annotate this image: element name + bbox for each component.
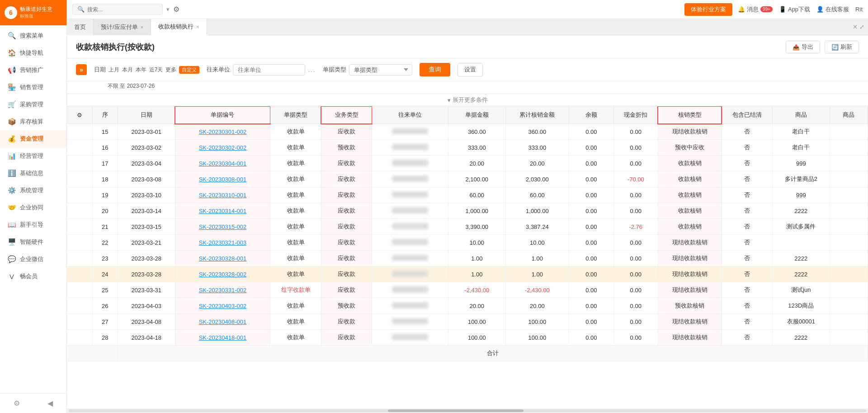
doctype-filter-select[interactable]: 单据类型 收款单 红字收款单 bbox=[349, 64, 412, 76]
cell-docno[interactable]: SK-20230310-001 bbox=[175, 187, 270, 203]
th-amount: 单据金额 bbox=[448, 106, 506, 124]
close-all-icon[interactable]: ✕ bbox=[853, 24, 858, 30]
date-custom-label[interactable]: 自定义 bbox=[179, 66, 199, 74]
table-row[interactable]: 26 2023-04-03 SK-20230403-002 收款单 预收款 20… bbox=[67, 298, 868, 314]
table-row[interactable]: 24 2023-03-28 SK-20230328-002 收款单 应收款 1.… bbox=[67, 266, 868, 282]
export-button[interactable]: 📤 导出 bbox=[786, 41, 820, 53]
table-row[interactable]: 21 2023-03-15 SK-20230315-002 收款单 应收款 3,… bbox=[67, 219, 868, 235]
tab-payable-close[interactable]: × bbox=[141, 24, 143, 30]
table-row[interactable]: 20 2023-03-14 SK-20230314-001 收款单 应收款 1,… bbox=[67, 203, 868, 219]
sidebar-item-corp[interactable]: 🤝 企业协同 bbox=[0, 199, 66, 216]
sidebar-item-inventory[interactable]: 📦 库存核算 bbox=[0, 113, 66, 130]
cell-docno[interactable]: SK-20230301-002 bbox=[175, 124, 270, 140]
sidebar-item-guide[interactable]: 📖 新手引导 bbox=[0, 216, 66, 233]
search-input[interactable] bbox=[87, 6, 155, 13]
date-link-more[interactable]: 更多 bbox=[165, 66, 176, 74]
cell-writetype: 现结收款核销 bbox=[658, 124, 722, 140]
sidebar-item-basic[interactable]: ℹ️ 基础信息 bbox=[0, 165, 66, 182]
sidebar-item-label: 智能硬件 bbox=[20, 238, 43, 246]
notify-button[interactable]: 🔔 消息 99+ bbox=[738, 5, 773, 14]
table-row[interactable]: 15 2023-03-01 SK-20230301-002 收款单 应收款 36… bbox=[67, 124, 868, 140]
setting-button[interactable]: 设置 bbox=[458, 63, 483, 76]
refresh-button[interactable]: 🔄 刷新 bbox=[825, 41, 859, 53]
sidebar-item-purchase[interactable]: 🛒 采购管理 bbox=[0, 96, 66, 113]
collapse-icon[interactable]: ◀ bbox=[46, 397, 55, 409]
scrollbar-thumb[interactable] bbox=[388, 409, 524, 412]
sidebar-item-marketing[interactable]: 📢 营销推广 bbox=[0, 62, 66, 79]
cell-settings bbox=[67, 140, 92, 156]
cell-docno[interactable]: SK-20230321-003 bbox=[175, 235, 270, 251]
table-row[interactable]: 16 2023-03-02 SK-20230302-002 收款单 预收款 33… bbox=[67, 140, 868, 156]
horizontal-scrollbar[interactable] bbox=[67, 408, 868, 413]
sidebar-item-wechat[interactable]: 💬 企业微信 bbox=[0, 251, 66, 268]
table-row[interactable]: 22 2023-03-21 SK-20230321-003 收款单 应收款 10… bbox=[67, 235, 868, 251]
cell-docno[interactable]: SK-20230315-002 bbox=[175, 219, 270, 235]
cell-incl: 否 bbox=[722, 314, 772, 330]
cell-docno[interactable]: SK-20230331-002 bbox=[175, 282, 270, 298]
table-row[interactable]: 19 2023-03-10 SK-20230310-001 收款单 应收款 60… bbox=[67, 187, 868, 203]
gear-icon[interactable]: ⚙ bbox=[173, 5, 179, 14]
cell-docno[interactable]: SK-20230308-001 bbox=[175, 171, 270, 187]
online-service-button[interactable]: 👤 在线客服 bbox=[816, 5, 849, 14]
table-row[interactable]: 28 2023-04-18 SK-20230418-001 收款单 应收款 10… bbox=[67, 330, 868, 346]
cell-goods: 多计量商品2 bbox=[773, 171, 830, 187]
table-row[interactable]: 18 2023-03-08 SK-20230308-001 收款单 应收款 2,… bbox=[67, 171, 868, 187]
cell-docno[interactable]: SK-20230408-001 bbox=[175, 314, 270, 330]
cell-docno[interactable]: SK-20230302-002 bbox=[175, 140, 270, 156]
settings-bottom-icon[interactable]: ⚙ bbox=[12, 397, 22, 409]
date-link-thisyear[interactable]: 本年 bbox=[136, 66, 146, 74]
sidebar-item-system[interactable]: ⚙️ 系统管理 bbox=[0, 182, 66, 199]
cell-writetype: 收款核销 bbox=[658, 156, 722, 171]
maximize-icon[interactable]: ⤢ bbox=[859, 24, 864, 30]
user-button[interactable]: Rit bbox=[855, 6, 863, 13]
th-settings[interactable]: ⚙ bbox=[67, 106, 92, 124]
cell-docno[interactable]: SK-20230418-001 bbox=[175, 330, 270, 346]
cell-docno[interactable]: SK-20230403-002 bbox=[175, 298, 270, 314]
sidebar-item-sales[interactable]: 🏪 销售管理 bbox=[0, 79, 66, 96]
tab-writeoff[interactable]: 收款核销执行 × bbox=[151, 19, 207, 35]
table-row[interactable]: 17 2023-03-04 SK-20230304-001 收款单 应收款 20… bbox=[67, 156, 868, 171]
cell-amount: 1,000.00 bbox=[448, 203, 506, 219]
sidebar-item-finance[interactable]: 💰 资金管理 bbox=[0, 130, 66, 147]
sidebar-item-member[interactable]: V 畅会员 bbox=[0, 268, 66, 285]
cell-cumamt: 60.00 bbox=[505, 187, 569, 203]
sidebar-item-search[interactable]: 🔍 搜索菜单 bbox=[0, 27, 66, 44]
cell-docno[interactable]: SK-20230328-002 bbox=[175, 266, 270, 282]
sidebar-item-operations[interactable]: 📊 经营管理 bbox=[0, 147, 66, 165]
sidebar-item-hardware[interactable]: 🖥️ 智能硬件 bbox=[0, 233, 66, 251]
cell-balance: 0.00 bbox=[569, 314, 613, 330]
table-row[interactable]: 27 2023-04-08 SK-20230408-001 收款单 应收款 10… bbox=[67, 314, 868, 330]
purchase-icon: 🛒 bbox=[7, 100, 16, 109]
app-download-button[interactable]: 📱 App下载 bbox=[779, 5, 810, 14]
chevron-down-icon[interactable]: ▾ bbox=[166, 6, 170, 13]
cell-docno[interactable]: SK-20230304-001 bbox=[175, 156, 270, 171]
table-row[interactable]: 23 2023-03-28 SK-20230328-001 收款单 应收款 1.… bbox=[67, 251, 868, 266]
basic-icon: ℹ️ bbox=[7, 169, 16, 177]
date-link-7days[interactable]: 近7天 bbox=[149, 66, 163, 74]
th-discount: 现金折扣 bbox=[613, 106, 658, 124]
cell-cumamt: 1,000.00 bbox=[505, 203, 569, 219]
tab-writeoff-close[interactable]: × bbox=[196, 24, 199, 29]
settings-icon[interactable]: ⚙ bbox=[77, 112, 82, 119]
table-row[interactable]: 25 2023-03-31 SK-20230331-002 红字收款单 应收款 … bbox=[67, 282, 868, 298]
date-link-thismonth[interactable]: 本月 bbox=[122, 66, 133, 74]
tab-home[interactable]: 首页 bbox=[67, 19, 94, 35]
date-link-lastmonth[interactable]: 上月 bbox=[108, 66, 119, 74]
scrollbar-track[interactable] bbox=[69, 409, 866, 412]
unit-filter-input[interactable] bbox=[233, 64, 305, 76]
cell-docno[interactable]: SK-20230328-001 bbox=[175, 251, 270, 266]
cell-discount: -2.76 bbox=[613, 219, 658, 235]
query-button[interactable]: 查询 bbox=[420, 63, 450, 76]
cell-docno[interactable]: SK-20230314-001 bbox=[175, 203, 270, 219]
industry-solution-button[interactable]: 体验行业方案 bbox=[684, 3, 732, 16]
cell-num: 22 bbox=[92, 235, 118, 251]
filter-expand-button[interactable]: » bbox=[76, 64, 87, 75]
unit-filter-ellipsis[interactable]: ... bbox=[308, 66, 316, 73]
tab-payable[interactable]: 预计/应应付单 × bbox=[94, 19, 151, 35]
cell-unit bbox=[372, 187, 448, 203]
search-box[interactable]: 🔍 bbox=[72, 4, 163, 15]
sidebar-item-quicknav[interactable]: 🏠 快捷导航 bbox=[0, 44, 66, 62]
sidebar-item-label: 基础信息 bbox=[20, 169, 43, 177]
cell-settings bbox=[67, 187, 92, 203]
expand-more-button[interactable]: ▾ 展开更多条件 bbox=[448, 96, 488, 104]
